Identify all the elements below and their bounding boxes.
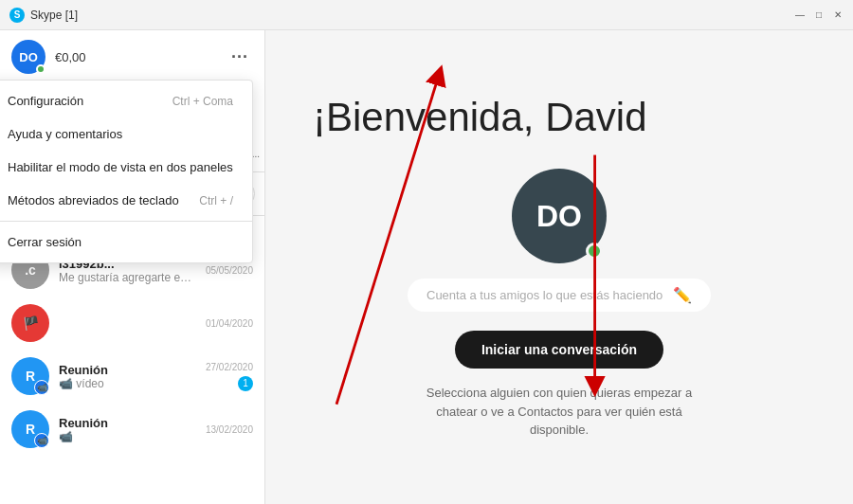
- avatar: 🏴: [11, 304, 49, 342]
- shortcuts-shortcut: Ctrl + /: [199, 194, 233, 207]
- chat-time: 13/02/2020: [206, 424, 253, 435]
- chat-meta: 05/05/2020: [206, 265, 253, 276]
- chat-time: 01/04/2020: [206, 318, 253, 329]
- shortcuts-label: Métodos abreviados de teclado: [8, 193, 179, 207]
- online-status-indicator: [36, 64, 45, 74]
- video-badge-icon: 📹: [34, 380, 49, 395]
- chat-list: .c l31992b... Me gustaría agregarte en S…: [0, 243, 264, 504]
- chat-name: Reunión: [59, 363, 196, 377]
- balance-display: €0,00: [55, 50, 217, 64]
- settings-label: Configuración: [8, 94, 83, 108]
- list-item[interactable]: R 📹 Reunión 📹 vídeo 27/02/2020 1: [0, 350, 264, 403]
- video-badge-icon: 📹: [34, 433, 49, 448]
- edit-status-icon[interactable]: ✏️: [673, 286, 692, 304]
- profile-center: DO Cuenta a tus amigos lo que estás haci…: [408, 169, 711, 440]
- more-options-button[interactable]: ···: [227, 44, 253, 70]
- titlebar-left: S Skype [1]: [9, 8, 78, 23]
- chat-preview: 📹 vídeo: [59, 377, 196, 390]
- main-container: DO €0,00 ··· 🔍 ✏️ 💬 1 Chats 📞 Llamadas: [0, 30, 853, 504]
- chat-info: Reunión 📹 vídeo: [59, 363, 196, 390]
- maximize-button[interactable]: □: [813, 9, 825, 21]
- settings-shortcut: Ctrl + Coma: [172, 95, 233, 108]
- chat-time: 05/05/2020: [206, 265, 253, 276]
- close-button[interactable]: ✕: [832, 9, 844, 21]
- welcome-heading: ¡Bienvenida, David: [284, 95, 647, 140]
- chat-name: Reunión: [59, 416, 196, 430]
- status-bar[interactable]: Cuenta a tus amigos lo que estás haciend…: [408, 279, 711, 312]
- chat-meta: 27/02/2020 1: [206, 362, 253, 391]
- titlebar-controls: — □ ✕: [794, 9, 844, 21]
- menu-item-help[interactable]: Ayuda y comentarios: [0, 117, 252, 151]
- titlebar: S Skype [1] — □ ✕: [0, 0, 853, 30]
- sidebar: DO €0,00 ··· 🔍 ✏️ 💬 1 Chats 📞 Llamadas: [0, 30, 265, 504]
- menu-item-split-view[interactable]: Habilitar el modo de vista en dos panele…: [0, 151, 252, 184]
- avatar: R 📹: [11, 357, 49, 395]
- avatar: R 📹: [11, 410, 49, 448]
- chat-time: 27/02/2020: [206, 362, 253, 372]
- list-item[interactable]: R 📹 Reunión 📹 13/02/2020: [0, 403, 264, 456]
- unread-badge: 1: [238, 376, 253, 391]
- status-placeholder: Cuenta a tus amigos lo que estás haciend…: [426, 288, 663, 302]
- titlebar-title: Skype [1]: [30, 9, 78, 22]
- minimize-button[interactable]: —: [794, 9, 806, 21]
- split-view-label: Habilitar el modo de vista en dos panele…: [8, 160, 233, 174]
- dropdown-menu: Configuración Ctrl + Coma Ayuda y coment…: [0, 80, 253, 263]
- big-avatar-status-indicator: [586, 243, 603, 260]
- menu-item-shortcuts[interactable]: Métodos abreviados de teclado Ctrl + /: [0, 184, 252, 217]
- chat-preview: 📹: [59, 430, 196, 443]
- avatar[interactable]: DO: [11, 40, 45, 74]
- start-conversation-button[interactable]: Iniciar una conversación: [455, 331, 663, 369]
- menu-item-settings[interactable]: Configuración Ctrl + Coma: [0, 84, 252, 117]
- chat-meta: 13/02/2020: [206, 424, 253, 435]
- skype-icon: S: [9, 8, 25, 23]
- chat-meta: 01/04/2020: [206, 318, 253, 329]
- help-label: Ayuda y comentarios: [8, 127, 122, 141]
- list-item[interactable]: 🏴 01/04/2020: [0, 297, 264, 350]
- main-content: ¡Bienvenida, David DO Cuenta a tus amigo…: [265, 30, 853, 504]
- chat-info: Reunión 📹: [59, 416, 196, 443]
- big-avatar: DO: [512, 169, 607, 263]
- profile-header: DO €0,00 ···: [0, 30, 264, 83]
- logout-label: Cerrar sesión: [8, 235, 82, 249]
- menu-item-logout[interactable]: Cerrar sesión: [0, 225, 252, 259]
- menu-divider: [0, 221, 252, 222]
- help-text: Selecciona alguien con quien quieras emp…: [417, 384, 701, 440]
- chat-preview: Me gustaría agregarte en S...: [59, 271, 196, 284]
